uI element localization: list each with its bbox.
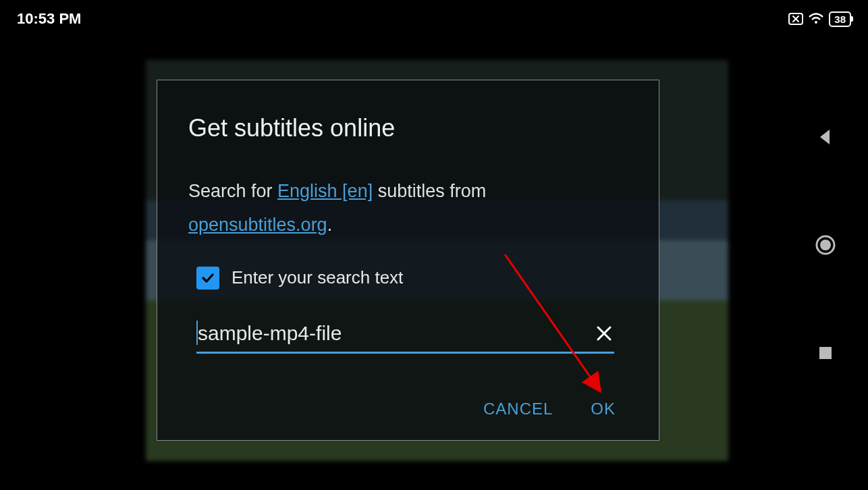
text-cursor xyxy=(196,321,198,345)
checkbox-label: Enter your search text xyxy=(232,267,403,288)
cancel-button[interactable]: CANCEL xyxy=(483,400,553,418)
search-text-checkbox-row: Enter your search text xyxy=(196,267,628,290)
dialog-description: Search for English [en] subtitles from o… xyxy=(188,175,628,242)
desc-prefix: Search for xyxy=(188,181,277,201)
dialog-title: Get subtitles online xyxy=(188,114,628,142)
status-time: 10:53 PM xyxy=(17,10,81,28)
nav-home-button[interactable] xyxy=(812,232,839,258)
system-nav-bar xyxy=(785,2,866,488)
subtitles-dialog: Get subtitles online Search for English … xyxy=(157,80,659,441)
clear-input-button[interactable] xyxy=(594,323,614,344)
nav-recent-button[interactable] xyxy=(812,339,839,366)
svg-rect-5 xyxy=(819,347,832,359)
source-link[interactable]: opensubtitles.org xyxy=(188,215,327,235)
desc-mid: subtitles from xyxy=(373,181,486,201)
search-input-row xyxy=(196,319,614,354)
language-link[interactable]: English [en] xyxy=(277,181,373,201)
search-input[interactable] xyxy=(196,319,594,348)
check-icon xyxy=(200,270,216,286)
svg-point-4 xyxy=(820,240,831,250)
ok-button[interactable]: OK xyxy=(591,400,616,418)
search-text-checkbox[interactable] xyxy=(196,267,219,290)
dialog-actions: CANCEL OK xyxy=(188,400,628,423)
triangle-back-icon xyxy=(816,128,835,146)
status-bar: 10:53 PM 38 xyxy=(2,10,866,28)
circle-home-icon xyxy=(814,234,837,256)
nav-back-button[interactable] xyxy=(812,124,839,151)
square-recent-icon xyxy=(817,345,834,361)
close-icon xyxy=(595,325,613,342)
desc-suffix: . xyxy=(327,215,333,235)
